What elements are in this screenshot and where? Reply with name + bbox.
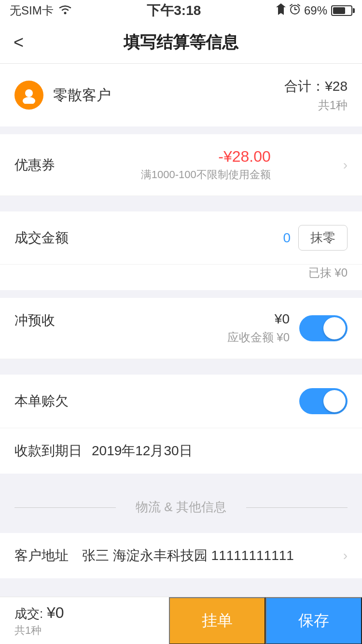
divider-3 [0,481,362,489]
divider-1 [0,204,362,211]
customer-right: 合计：¥28 共1种 [284,77,348,113]
toggle-knob [323,317,346,339]
due-date-value: 2019年12月30日 [92,442,193,460]
credit-toggle-knob [323,390,346,412]
address-value: 张三 海淀永丰科技园 11111111111 [82,546,339,565]
bottom-deal-amount: ¥0 [47,604,64,621]
divider-2 [0,367,362,375]
deal-right: 0 抹零 [283,225,348,251]
alarm-icon [290,3,300,18]
status-bar: 无SIM卡 下午3:18 69% [0,0,362,21]
bottom-count: 共1种 [14,623,154,638]
deal-value: 0 [283,230,291,246]
bottom-deal-line: 成交: ¥0 [14,604,154,622]
coupon-label: 优惠券 [14,156,72,174]
credit-label: 本单赊欠 [14,392,72,410]
credit-toggle[interactable] [299,388,348,414]
svg-point-2 [25,89,33,97]
svg-point-0 [64,12,66,14]
coupon-amount: -¥28.00 [141,148,271,166]
bottom-summary: 成交: ¥0 共1种 [0,604,169,638]
status-right: 69% [276,3,352,18]
address-row[interactable]: 客户地址 张三 海淀永丰科技园 11111111111 › [0,533,362,578]
prepay-sub: 应收金额 ¥0 [227,330,290,345]
deal-row: 成交金额 0 抹零 [0,211,362,265]
due-date-row: 收款到期日 2019年12月30日 [0,428,362,474]
coupon-desc: 满1000-100不限制使用金额 [141,168,271,182]
battery-icon [331,5,352,16]
coupon-right: -¥28.00 满1000-100不限制使用金额 [141,148,271,182]
save-button[interactable]: 保存 [265,597,362,644]
customer-name: 零散客户 [53,85,111,105]
bottom-deal-label: 成交: [14,606,43,621]
back-button[interactable]: < [14,32,24,53]
battery-percent: 69% [304,4,327,17]
round-zero-button[interactable]: 抹零 [298,225,348,251]
page-title: 填写结算等信息 [124,31,238,54]
customer-left: 零散客户 [14,81,111,110]
deal-section: 成交金额 0 抹零 已抹 ¥0 [0,211,362,290]
customer-count: 共1种 [284,98,348,113]
coupon-chevron: › [343,157,348,173]
logistics-label: 物流 & 其他信息 [136,500,226,514]
deal-sub: 已抹 ¥0 [308,266,348,279]
prepay-amount: ¥0 [227,311,290,327]
customer-row: 零散客户 合计：¥28 共1种 [0,64,362,126]
hang-button[interactable]: 挂单 [169,597,265,644]
customer-avatar [14,81,43,110]
divider-4 [0,525,362,533]
prepay-toggle[interactable] [299,315,348,341]
address-label: 客户地址 [14,546,72,565]
svg-point-3 [23,97,35,104]
prepay-section: 冲预收 ¥0 应收金额 ¥0 [0,298,362,359]
logistics-header: 物流 & 其他信息 [0,489,362,525]
status-left: 无SIM卡 [10,3,72,18]
location-icon [276,3,286,18]
customer-total: 合计：¥28 [284,77,348,96]
credit-section: 本单赊欠 收款到期日 2019年12月30日 [0,375,362,474]
deal-label: 成交金额 [14,229,72,247]
nav-bar: < 填写结算等信息 [0,21,362,64]
bottom-bar: 成交: ¥0 共1种 挂单 保存 [0,597,362,644]
prepay-label: 冲预收 [14,311,72,330]
address-chevron: › [343,548,348,563]
coupon-row[interactable]: 优惠券 -¥28.00 满1000-100不限制使用金额 › [0,134,362,196]
due-date-label: 收款到期日 [14,442,82,460]
status-time: 下午3:18 [147,1,201,20]
carrier-text: 无SIM卡 [10,3,54,18]
wifi-icon [58,4,72,17]
